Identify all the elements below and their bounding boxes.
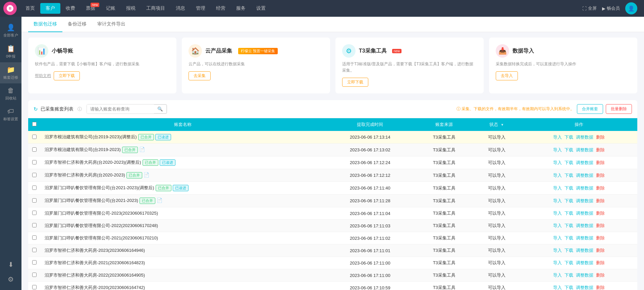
help-icon[interactable]: ⓘ — [77, 106, 82, 112]
nav-home[interactable]: 首页 — [20, 0, 40, 17]
import-action-btn[interactable]: 导入 — [553, 211, 562, 216]
nav-operation[interactable]: 经营 — [211, 0, 231, 17]
download-action-btn[interactable]: 下载 — [565, 147, 573, 152]
fullscreen-button[interactable]: ⛶ 全屏 — [582, 5, 597, 11]
delete-action-btn[interactable]: 删除 — [596, 260, 605, 265]
download-action-btn[interactable]: 下载 — [565, 211, 573, 216]
adjust-data-action-btn[interactable]: 调整数据 — [576, 211, 593, 216]
delete-action-btn[interactable]: 删除 — [596, 285, 605, 290]
row-checkbox[interactable] — [32, 223, 37, 227]
nav-service[interactable]: 服务 — [231, 0, 251, 17]
download-action-btn[interactable]: 下载 — [565, 135, 573, 140]
row-checkbox[interactable] — [32, 260, 37, 265]
download-action-btn[interactable]: 下载 — [565, 260, 573, 265]
delete-action-btn[interactable]: 删除 — [596, 198, 605, 203]
search-input[interactable] — [87, 104, 154, 114]
tab-audit-export[interactable]: 审计文件导出 — [92, 17, 131, 32]
import-action-btn[interactable]: 导入 — [553, 260, 562, 265]
download-action-btn[interactable]: 下载 — [565, 186, 573, 191]
download-action-btn[interactable]: 下载 — [565, 173, 573, 178]
search-button[interactable]: 🔍 — [154, 104, 167, 114]
row-checkbox[interactable] — [32, 160, 37, 164]
import-action-btn[interactable]: 导入 — [553, 147, 562, 152]
row-checkbox[interactable] — [32, 135, 37, 139]
row-checkbox[interactable] — [32, 235, 37, 240]
adjust-data-action-btn[interactable]: 调整数据 — [576, 147, 593, 152]
import-action-btn[interactable]: 导入 — [553, 186, 562, 191]
xiaochangzhang-download-btn[interactable]: 立即下载 — [54, 71, 80, 80]
sidebar-item-user-settings[interactable]: ⚙ — [0, 272, 21, 287]
import-action-btn[interactable]: 导入 — [553, 173, 562, 178]
download-action-btn[interactable]: 下载 — [565, 223, 573, 228]
row-checkbox[interactable] — [32, 285, 37, 289]
tab-backup-migration[interactable]: 备份迁移 — [62, 17, 92, 32]
sidebar-item-download[interactable]: ⬇ — [0, 257, 21, 272]
adjust-data-action-btn[interactable]: 调整数据 — [576, 198, 593, 203]
delete-action-btn[interactable]: 删除 — [596, 235, 605, 240]
row-checkbox[interactable] — [32, 198, 37, 203]
app-logo[interactable] — [3, 2, 17, 15]
col-status[interactable]: 状态 ▼ — [473, 118, 521, 131]
row-checkbox[interactable] — [32, 147, 37, 152]
file-icon[interactable]: 📄 — [157, 198, 162, 203]
download-action-btn[interactable]: 下载 — [565, 248, 573, 253]
download-action-btn[interactable]: 下载 — [565, 235, 573, 240]
delete-action-btn[interactable]: 删除 — [596, 135, 605, 140]
member-button[interactable]: ▶ 畅会员 — [602, 5, 620, 11]
delete-action-btn[interactable]: 删除 — [596, 273, 605, 278]
delete-action-btn[interactable]: 删除 — [596, 147, 605, 152]
download-action-btn[interactable]: 下载 — [565, 285, 573, 290]
import-action-btn[interactable]: 导入 — [553, 285, 562, 290]
file-icon[interactable]: 📄 — [144, 172, 149, 177]
adjust-data-action-btn[interactable]: 调整数据 — [576, 135, 593, 140]
adjust-data-action-btn[interactable]: 调整数据 — [576, 160, 593, 165]
import-action-btn[interactable]: 导入 — [553, 198, 562, 203]
adjust-data-action-btn[interactable]: 调整数据 — [576, 260, 593, 265]
nav-bookkeeping[interactable]: 记账 — [101, 0, 121, 17]
sidebar-item-all-customers[interactable]: 👤 全部客户 — [0, 20, 21, 41]
import-action-btn[interactable]: 导入 — [553, 135, 562, 140]
delete-action-btn[interactable]: 删除 — [596, 223, 605, 228]
nav-business[interactable]: 工商项目 — [141, 0, 170, 17]
import-action-btn[interactable]: 导入 — [553, 273, 562, 278]
row-checkbox[interactable] — [32, 186, 37, 190]
import-action-btn[interactable]: 导入 — [553, 235, 562, 240]
tab-data-migration[interactable]: 数据包迁移 — [28, 17, 62, 32]
file-icon[interactable]: 📄 — [139, 147, 145, 152]
row-checkbox[interactable] — [32, 273, 37, 277]
delete-action-btn[interactable]: 删除 — [596, 160, 605, 165]
merge-account-button[interactable]: 合并账套 — [577, 104, 603, 114]
dataimport-go-btn[interactable]: 去导入 — [496, 71, 518, 80]
sidebar-item-recycle-bin[interactable]: 🗑 回收站 — [0, 83, 21, 104]
delete-action-btn[interactable]: 删除 — [596, 211, 605, 216]
yunproduct-collect-btn[interactable]: 去采集 — [189, 71, 211, 80]
delete-action-btn[interactable]: 删除 — [596, 248, 605, 253]
nav-message[interactable]: 消息 — [170, 0, 191, 17]
row-checkbox[interactable] — [32, 211, 37, 215]
adjust-data-action-btn[interactable]: 调整数据 — [576, 186, 593, 191]
row-checkbox[interactable] — [32, 248, 37, 252]
refresh-icon[interactable]: ↻ — [34, 106, 38, 112]
download-action-btn[interactable]: 下载 — [565, 198, 573, 203]
nav-tax[interactable]: 报税 — [121, 0, 141, 17]
adjust-data-action-btn[interactable]: 调整数据 — [576, 273, 593, 278]
import-action-btn[interactable]: 导入 — [553, 223, 562, 228]
row-checkbox[interactable] — [32, 173, 37, 177]
adjust-data-action-btn[interactable]: 调整数据 — [576, 235, 593, 240]
adjust-data-action-btn[interactable]: 调整数据 — [576, 285, 593, 290]
download-action-btn[interactable]: 下载 — [565, 160, 573, 165]
import-action-btn[interactable]: 导入 — [553, 248, 562, 253]
nav-settings[interactable]: 设置 — [251, 0, 271, 17]
sidebar-item-zero-report[interactable]: 📋 0申报 — [0, 41, 21, 62]
delete-action-btn[interactable]: 删除 — [596, 173, 605, 178]
user-avatar[interactable]: 👤 — [625, 2, 637, 14]
nav-fee[interactable]: 收费 — [60, 0, 80, 17]
download-action-btn[interactable]: 下载 — [565, 273, 573, 278]
nav-customer[interactable]: 客户 — [40, 3, 60, 14]
t3tool-download-btn[interactable]: 立即下载 — [342, 78, 368, 87]
sidebar-item-label-settings[interactable]: 🏷 标签设置 — [0, 104, 21, 125]
import-action-btn[interactable]: 导入 — [553, 160, 562, 165]
xiaochangzhang-help-link[interactable]: 帮助文档 — [35, 73, 51, 79]
delete-action-btn[interactable]: 删除 — [596, 186, 605, 191]
adjust-data-action-btn[interactable]: 调整数据 — [576, 223, 593, 228]
